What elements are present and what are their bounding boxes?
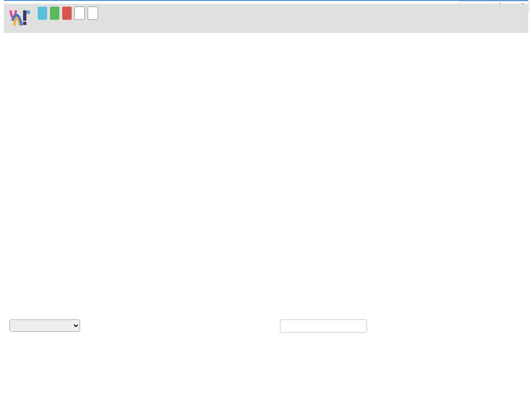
svg-point-4	[26, 10, 30, 14]
entries-select[interactable]	[9, 319, 80, 332]
export-button[interactable]	[74, 7, 85, 20]
parallel-plot-svg[interactable]	[4, 37, 527, 315]
exclude-button[interactable]	[62, 7, 72, 20]
help-button[interactable]	[88, 7, 98, 20]
selection-status	[110, 7, 163, 20]
parallel-coordinates-plot[interactable]	[4, 37, 528, 315]
hiplot-toolbar	[4, 4, 528, 33]
hiplot-logo-icon	[8, 7, 32, 29]
svg-rect-2	[23, 10, 26, 21]
search-input[interactable]	[280, 319, 367, 333]
keep-button[interactable]	[50, 7, 59, 20]
svg-rect-3	[23, 22, 26, 25]
restore-button[interactable]	[38, 7, 47, 20]
data-table-section	[4, 317, 528, 336]
